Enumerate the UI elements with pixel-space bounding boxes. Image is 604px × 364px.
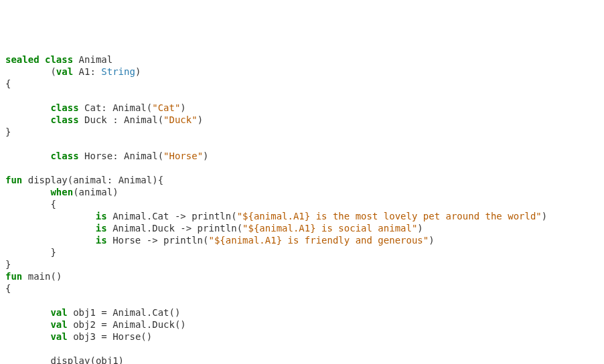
token-fn: Horse	[112, 331, 141, 342]
token-fn: println	[163, 235, 203, 246]
token-pun: :	[90, 66, 101, 77]
code-line	[5, 294, 599, 306]
token-fn: obj2	[73, 319, 96, 330]
token-pun: .	[147, 319, 152, 330]
token-fn: display	[50, 355, 90, 364]
code-line: sealed class Animal	[5, 54, 599, 66]
token-pun	[107, 235, 112, 246]
token-pun: (	[147, 102, 152, 113]
token-pun: (	[231, 211, 236, 221]
token-fn: Animal	[112, 223, 147, 234]
code-line: is Horse -> println("${animal.A1} is fri…	[5, 234, 599, 246]
token-pun: =	[96, 307, 112, 318]
code-block: sealed class Animal (val A1: String){ cl…	[5, 54, 599, 364]
code-line: class Cat: Animal("Cat")	[5, 102, 599, 114]
token-fn: A1	[79, 66, 90, 77]
token-pun: ->	[175, 223, 198, 234]
token-fn: Animal	[112, 319, 147, 330]
token-pun	[79, 151, 84, 161]
code-line: {	[5, 78, 599, 90]
code-line: }	[5, 246, 599, 258]
token-pun: )	[112, 187, 118, 197]
token-fn: Horse	[84, 151, 112, 161]
token-pun	[5, 331, 50, 342]
token-kw: val	[50, 307, 67, 318]
token-pun	[68, 319, 73, 330]
token-pun: =	[96, 319, 112, 330]
token-pun: :	[107, 175, 119, 185]
token-kw: val	[50, 331, 67, 342]
token-pun	[40, 54, 45, 65]
token-pun	[68, 307, 73, 318]
token-kw: val	[56, 66, 73, 77]
code-line: (val A1: String)	[5, 66, 599, 78]
code-line: val obj3 = Horse()	[5, 331, 599, 343]
token-pun: {	[5, 283, 11, 294]
token-pun: (	[73, 187, 78, 197]
token-pun: )	[180, 102, 185, 113]
token-fn: Animal	[119, 175, 153, 185]
token-kw: fun	[5, 271, 22, 282]
token-pun: =	[96, 331, 112, 342]
token-pun	[5, 102, 50, 113]
token-str: "Horse"	[163, 151, 203, 161]
token-str: "Duck"	[163, 114, 198, 125]
token-pun: ()	[141, 331, 152, 342]
code-line: when(animal)	[5, 186, 599, 198]
token-fn: animal	[79, 187, 113, 197]
token-fn: main	[28, 271, 51, 282]
token-pun	[22, 271, 27, 282]
token-pun: }	[5, 126, 11, 137]
token-kw: class	[50, 151, 78, 161]
token-fn: animal	[73, 175, 107, 185]
token-pun: (	[158, 114, 163, 125]
code-line: is Animal.Duck -> println("${animal.A1} …	[5, 222, 599, 234]
code-line: class Horse: Animal("Horse")	[5, 150, 599, 162]
code-line: fun main()	[5, 270, 599, 282]
token-pun: )	[198, 114, 203, 125]
token-fn: Animal	[112, 102, 147, 113]
token-pun	[5, 355, 50, 364]
token-pun: }	[5, 259, 11, 270]
token-type: String	[101, 66, 135, 77]
code-line: val obj2 = Animal.Duck()	[5, 318, 599, 331]
token-pun: ()	[175, 319, 186, 330]
token-str: "${animal.A1} is social animal"	[242, 223, 417, 234]
token-fn: Animal	[124, 151, 158, 161]
token-pun: (	[237, 223, 242, 234]
token-pun: )	[135, 66, 141, 77]
token-pun: )	[542, 211, 547, 221]
token-fn: Duck	[152, 223, 175, 234]
token-fn: Animal	[112, 307, 147, 318]
token-fn: Horse	[112, 235, 141, 246]
token-pun	[73, 54, 78, 65]
token-pun: :	[101, 102, 112, 113]
token-pun: ->	[169, 211, 192, 221]
code-line: {	[5, 198, 599, 210]
code-line: display(obj1)	[5, 355, 599, 364]
token-kw: sealed	[5, 54, 40, 65]
code-line	[5, 343, 599, 355]
token-pun	[107, 211, 112, 221]
token-pun: :	[107, 114, 124, 125]
code-line: is Animal.Cat -> println("${animal.A1} i…	[5, 210, 599, 222]
token-pun	[5, 151, 50, 161]
token-kw: fun	[5, 175, 22, 185]
code-line: val obj1 = Animal.Cat()	[5, 306, 599, 318]
token-str: "${animal.A1} is friendly and generous"	[208, 235, 429, 246]
token-pun: :	[112, 151, 124, 161]
token-fn: display	[28, 175, 68, 185]
token-pun	[5, 211, 96, 221]
token-fn: println	[198, 223, 237, 234]
token-fn: Cat	[84, 102, 101, 113]
token-pun: (	[68, 175, 73, 185]
token-pun: (	[90, 355, 95, 364]
token-kw: is	[96, 235, 107, 246]
token-kw: when	[50, 187, 73, 197]
token-pun: )	[119, 355, 124, 364]
token-pun: ){	[152, 175, 163, 185]
token-fn: obj1	[96, 355, 119, 364]
token-fn: Animal	[79, 54, 113, 65]
token-pun	[5, 187, 50, 197]
token-kw: val	[50, 319, 67, 330]
